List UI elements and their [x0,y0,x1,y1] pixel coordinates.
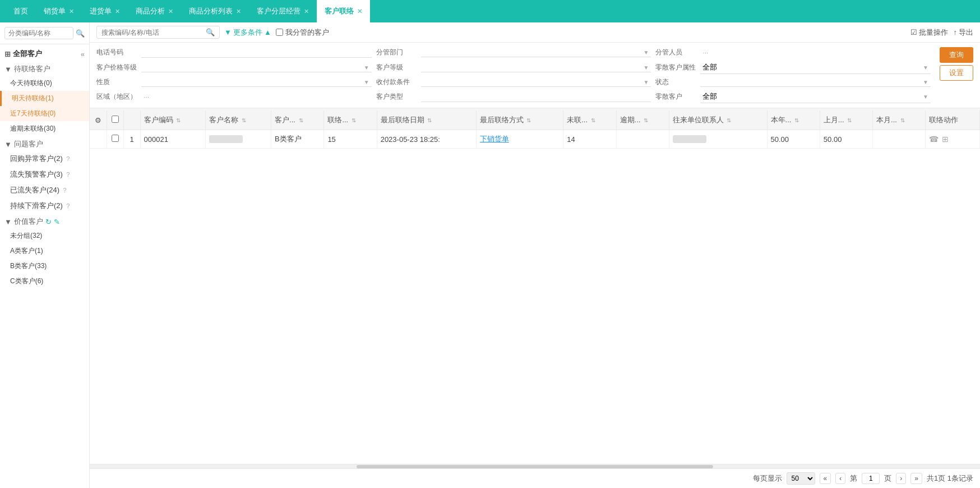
main-search-input[interactable] [101,29,206,36]
filter-status-select[interactable]: ▼ [700,78,931,87]
sort-icon-this-month[interactable]: ⇅ [900,117,905,123]
sort-icon-last-date[interactable]: ⇅ [427,117,432,123]
close-sales-icon[interactable]: ✕ [69,8,74,15]
row-select-checkbox[interactable] [112,135,119,142]
sidebar-item-b-class[interactable]: B类客户(33) [0,259,89,274]
sort-icon-type[interactable]: ⇅ [299,117,303,123]
last-page-btn[interactable]: » [910,473,922,484]
nav-analysis-list[interactable]: 商品分析列表 ✕ [181,0,249,22]
next-page-btn[interactable]: › [896,473,906,484]
sort-icon-last-month[interactable]: ⇅ [847,117,852,123]
page-number-input[interactable] [862,473,880,484]
main-search-icon[interactable]: 🔍 [206,28,215,36]
nav-customer-contact[interactable]: 客户联络 ✕ [317,0,370,22]
filter-retail-attr-select[interactable]: 全部 ▼ [700,61,931,74]
filter-phone-input[interactable] [141,47,372,58]
filter-retail-select[interactable]: 全部 ▼ [700,90,931,103]
filter-price-level-select[interactable]: ▼ [141,63,372,72]
filter-customer-level-select[interactable]: ▼ [421,63,651,72]
my-customers-checkbox[interactable] [276,29,283,36]
sidebar-item-7days[interactable]: 近7天待联络(0) [0,106,89,121]
top-nav: 首页 销货单 ✕ 进货单 ✕ 商品分析 ✕ 商品分析列表 ✕ 客户分层经营 ✕ … [0,0,980,22]
sidebar-item-abnormal[interactable]: 回购异常客户(2) ? [0,151,89,167]
filter-manager-dots[interactable]: ··· [702,49,708,57]
grid-action-icon[interactable]: ⊞ [942,135,949,144]
collapse-icon[interactable]: « [81,50,85,58]
filter-dept-select[interactable]: ▼ [421,48,651,57]
sort-icon-name[interactable]: ⇅ [242,117,246,123]
value-group[interactable]: ▼ 价值客户 ↻ ✎ [0,214,89,228]
first-page-btn[interactable]: « [820,473,831,484]
export-btn[interactable]: ↑ 导出 [954,27,974,38]
arrow-down-icon-2: ▼ [4,140,12,149]
sidebar-item-overdue[interactable]: 逾期未联络(30) [0,121,89,136]
all-customers-header[interactable]: ⊞ 全部客户 « [0,44,89,61]
problem-group[interactable]: ▼ 问题客户 [0,136,89,151]
phone-icon[interactable]: ☎ [929,135,939,144]
select-all-checkbox[interactable] [112,116,119,123]
page-label: 第 [850,473,857,484]
nav-analysis[interactable]: 商品分析 ✕ [128,0,181,22]
filter-icon: ▼ [224,28,232,36]
sort-icon-uncontacted[interactable]: ⇅ [591,117,595,123]
col-gear: ⚙ [90,111,107,130]
horizontal-scrollbar[interactable] [90,464,980,468]
per-page-label: 每页显示 [753,473,782,484]
sort-icon-this-year[interactable]: ⇅ [794,117,799,123]
more-filter-btn[interactable]: ▼ 更多条件 ▲ [224,27,271,38]
row-last-date: 2023-05-23 18:25: [377,130,476,149]
sidebar-item-c-class[interactable]: C类客户(6) [0,274,89,289]
sort-icon-unit-contact[interactable]: ⇅ [727,117,731,123]
close-purchase-icon[interactable]: ✕ [115,8,120,15]
sidebar-search-icon[interactable]: 🔍 [76,29,85,38]
row-contact-count: 15 [324,130,377,149]
prev-page-btn[interactable]: ‹ [835,473,845,484]
sidebar-item-ungrouped[interactable]: 未分组(32) [0,228,89,243]
filter-retail: 零散客户 全部 ▼ [655,90,931,103]
nav-sales[interactable]: 销货单 ✕ [36,0,82,22]
refresh-icon[interactable]: ↻ [45,218,52,226]
set-button[interactable]: 设置 [940,65,973,81]
sort-icon-code[interactable]: ⇅ [176,117,181,123]
close-customer-contact-icon[interactable]: ✕ [357,8,362,15]
sort-icon-contact[interactable]: ⇅ [352,117,356,123]
batch-op-btn[interactable]: ☑ 批量操作 [910,27,948,38]
close-analysis-icon[interactable]: ✕ [168,8,173,15]
sort-icon-overdue[interactable]: ⇅ [644,117,648,123]
filter-payment-select[interactable]: ▼ [421,78,651,87]
chevron-down-icon-price: ▼ [364,65,369,71]
total-label: 共1页 1条记录 [927,473,973,484]
nav-purchase[interactable]: 进货单 ✕ [82,0,128,22]
sidebar-item-churned[interactable]: 已流失客户(24) ? [0,182,89,198]
page-suffix: 页 [884,473,891,484]
filter-nature-select[interactable]: ▼ [141,78,372,87]
nav-home[interactable]: 首页 [6,0,36,22]
last-method-link[interactable]: 下销货单 [480,135,509,143]
pending-group[interactable]: ▼ 待联络客户 [0,61,89,76]
sidebar-item-tomorrow[interactable]: 明天待联络(1) [0,91,89,106]
nav-customer-tier[interactable]: 客户分层经营 ✕ [249,0,317,22]
help-icon-1: ? [66,155,70,162]
scrollbar-thumb[interactable] [357,465,713,468]
edit-icon[interactable]: ✎ [54,218,60,226]
close-customer-tier-icon[interactable]: ✕ [304,8,309,15]
filter-region-dots[interactable]: ··· [144,93,149,101]
row-gear [90,130,107,149]
filter-customer-level: 客户等级 ▼ [376,63,651,72]
per-page-select[interactable]: 50 100 200 [787,472,815,485]
sidebar-item-churn-warn[interactable]: 流失预警客户(3) ? [0,167,89,182]
sidebar-item-a-class[interactable]: A类客户(1) [0,243,89,259]
sidebar-item-today[interactable]: 今天待联络(0) [0,76,89,91]
query-button[interactable]: 查询 [940,47,973,63]
col-this-year: 本年... ⇅ [767,111,820,130]
help-icon-4: ? [66,202,70,209]
action-icons: ☎ ⊞ [929,135,976,144]
chevron-down-icon-status: ▼ [923,79,928,85]
sidebar-item-declining[interactable]: 持续下滑客户(2) ? [0,198,89,214]
close-analysis-list-icon[interactable]: ✕ [236,8,241,15]
search-box: 🔍 [96,26,220,39]
filter-payment-label: 收付款条件 [376,77,421,87]
sort-icon-last-method[interactable]: ⇅ [526,117,531,123]
sidebar-search-input[interactable] [4,27,73,39]
filter-type-input[interactable] [421,91,651,102]
